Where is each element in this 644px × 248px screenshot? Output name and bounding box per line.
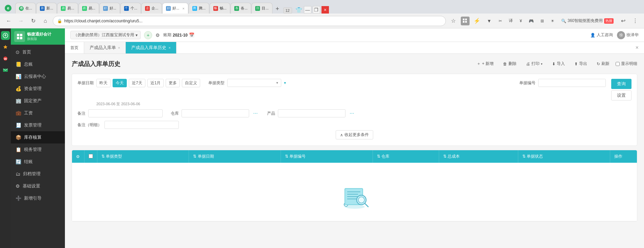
window-shirt-icon[interactable]: 👕 — [295, 6, 303, 14]
url-box[interactable]: 🔒 https://cloud.chanjet.com/accounting/u… — [53, 16, 446, 26]
date-btn-today[interactable]: 今天 — [113, 79, 127, 87]
refresh-button[interactable]: ↻ 刷新 — [593, 59, 613, 68]
sidebar-item-archive[interactable]: 🗂 归档管理 — [11, 168, 65, 180]
browser-tab-12[interactable]: 目 目... — [252, 3, 272, 14]
add-company-button[interactable]: + — [144, 31, 152, 39]
company-selector[interactable]: （勿删勿禁用）江西服宝测试专用 ▾ — [70, 31, 141, 39]
print-button[interactable]: 🖨 打印 ▾ — [523, 59, 546, 68]
browser-tab-7[interactable]: 企 企... — [141, 3, 162, 14]
sidebar-item-newvoucher[interactable]: ➕ 新增引导 — [11, 192, 65, 204]
browser-tab-10[interactable]: 畅 畅... — [210, 3, 230, 14]
page-tab-list-close[interactable]: × — [118, 46, 120, 50]
import-button[interactable]: ⬇ 导入 — [549, 59, 568, 68]
th-warehouse[interactable]: ⇅ 仓库 — [373, 150, 439, 163]
translate-tool[interactable]: 译 — [507, 17, 515, 25]
date-btn-1month[interactable]: 近1月 — [147, 79, 164, 87]
th-type[interactable]: ⇅ 单据类型 — [97, 150, 189, 163]
search-tool[interactable]: 🔍 360智能抠图免费用 热搜 — [559, 17, 616, 25]
sidebar-item-salary[interactable]: 💼 工资 — [11, 107, 65, 119]
th-total-cost[interactable]: ⇅ 总成本 — [439, 150, 518, 163]
browser-tab-4[interactable]: 易 易... — [78, 3, 99, 14]
maximize-button[interactable]: ❐ — [313, 6, 320, 14]
warehouse-filter-input[interactable] — [182, 109, 249, 117]
yuan-tool[interactable]: ¥ — [518, 18, 524, 24]
export-button[interactable]: ⬆ 导出 — [571, 59, 591, 68]
grid-tool[interactable]: ⊞ — [539, 18, 546, 24]
sidebar-item-fixed[interactable]: 🏢 固定资产 — [11, 95, 65, 107]
browser-tab-8[interactable]: 好 好... × — [162, 3, 188, 14]
minimize-button[interactable]: — — [304, 6, 311, 14]
th-gear[interactable]: ⚙ — [72, 150, 84, 163]
th-checkbox[interactable] — [84, 150, 97, 163]
browser-tab-11[interactable]: 各 各... — [231, 3, 251, 14]
bookmark-button[interactable]: ☆ — [449, 16, 458, 26]
browser-tab-3[interactable]: 易 易... — [57, 3, 78, 14]
delete-button[interactable]: 🗑 删除 — [500, 59, 520, 68]
product-filter-input[interactable] — [278, 109, 345, 117]
extension-grid-button[interactable] — [461, 17, 470, 25]
type-dropdown-icon[interactable]: ▾ — [284, 81, 286, 85]
breadcrumb-home[interactable]: 首页 — [70, 45, 78, 51]
icon-bar-weibo[interactable]: W — [1, 54, 10, 63]
th-date[interactable]: ⇅ 单据日期 — [189, 150, 281, 163]
settings-button[interactable]: 设置 — [611, 90, 631, 100]
browser-tab-9[interactable]: 腾 腾... — [189, 3, 209, 14]
browser-tab-6[interactable]: 个 个... — [120, 3, 141, 14]
detail-remark-input[interactable] — [104, 121, 179, 129]
game-tool[interactable]: 🎮 — [527, 18, 536, 24]
page-tab-list[interactable]: 产成品入库单 × — [84, 42, 126, 53]
refresh-button[interactable]: ↻ — [28, 16, 38, 26]
chevron-down-button[interactable]: ▾ — [484, 16, 494, 26]
sidebar-item-basic[interactable]: ⚙ 基础设置 — [11, 180, 65, 192]
undo-button[interactable]: ↩ — [618, 16, 628, 26]
sidebar-item-home[interactable]: ⊙ 首页 — [11, 46, 65, 58]
sidebar-item-funds[interactable]: 💰 资金管理 — [11, 83, 65, 95]
date-btn-yesterday[interactable]: 昨天 — [96, 79, 111, 87]
sidebar-item-ledger[interactable]: 📒 总账 — [11, 58, 65, 70]
more-button[interactable]: ⋮ — [630, 16, 640, 26]
select-all-checkbox[interactable] — [89, 154, 93, 158]
sidebar-item-settle[interactable]: 🔄 结账 — [11, 156, 65, 168]
warehouse-dots[interactable]: ··· — [253, 110, 258, 116]
add-button[interactable]: ＋ + 新增 — [473, 59, 497, 68]
calendar-icon[interactable]: 📅 — [189, 32, 194, 38]
date-btn-custom[interactable]: 自定义 — [182, 79, 200, 87]
icon-bar-main[interactable] — [1, 31, 10, 40]
date-btn-7days[interactable]: 近7天 — [129, 79, 145, 87]
th-status[interactable]: ⇅ 单据状态 — [518, 150, 610, 163]
tab-count-badge[interactable]: 12 — [283, 7, 292, 14]
date-btn-more[interactable]: 更多 — [166, 79, 180, 87]
settings-icon[interactable]: ⚙ — [156, 32, 160, 38]
sun-tool[interactable]: ☀ — [549, 18, 556, 24]
lightning-button[interactable]: ⚡ — [472, 16, 482, 26]
page-tab-history[interactable]: 产成品入库单历史 × — [126, 42, 176, 53]
query-button[interactable]: 查询 — [611, 79, 631, 89]
new-tab-button[interactable]: + — [273, 4, 282, 14]
icon-bar-star[interactable] — [1, 43, 10, 51]
sidebar-item-inventory[interactable]: 📦 库存核算 — [11, 131, 65, 143]
user-avatar-group[interactable]: 徐 徐泽华 — [617, 31, 639, 39]
back-button[interactable]: ← — [4, 16, 14, 26]
browser-tab-5[interactable]: 好 好... — [99, 3, 120, 14]
panel-close-button[interactable]: × — [633, 43, 641, 52]
browser-tab-1[interactable]: 在 在... — [15, 3, 36, 14]
remark-filter-input[interactable] — [88, 109, 163, 117]
page-tab-history-close[interactable]: × — [168, 46, 170, 50]
collapse-button[interactable]: ∧ 收起更多条件 — [336, 130, 373, 139]
sidebar-item-invoice[interactable]: 🧾 发票管理 — [11, 119, 65, 131]
product-dots[interactable]: ··· — [350, 110, 354, 116]
display-toggle[interactable]: 显示明细 — [616, 61, 637, 67]
user-service-button[interactable]: 👤 人工咨询 — [590, 32, 613, 38]
scissor-tool[interactable]: ✂ — [497, 18, 504, 24]
tab-close-8[interactable]: × — [182, 6, 184, 10]
type-select[interactable] — [227, 79, 281, 87]
sidebar-item-report[interactable]: 📊 云报表中心 — [11, 70, 65, 83]
display-checkbox[interactable] — [616, 62, 620, 66]
close-button[interactable]: × — [321, 6, 329, 14]
th-number[interactable]: ⇅ 单据编号 — [281, 150, 373, 163]
number-filter-input[interactable] — [538, 79, 606, 87]
icon-bar-mail[interactable] — [1, 66, 10, 74]
home-button[interactable]: ⌂ — [41, 16, 50, 26]
browser-tab-2[interactable]: 新 新... — [36, 3, 57, 14]
sidebar-item-tax[interactable]: 📋 税务管理 — [11, 143, 65, 156]
